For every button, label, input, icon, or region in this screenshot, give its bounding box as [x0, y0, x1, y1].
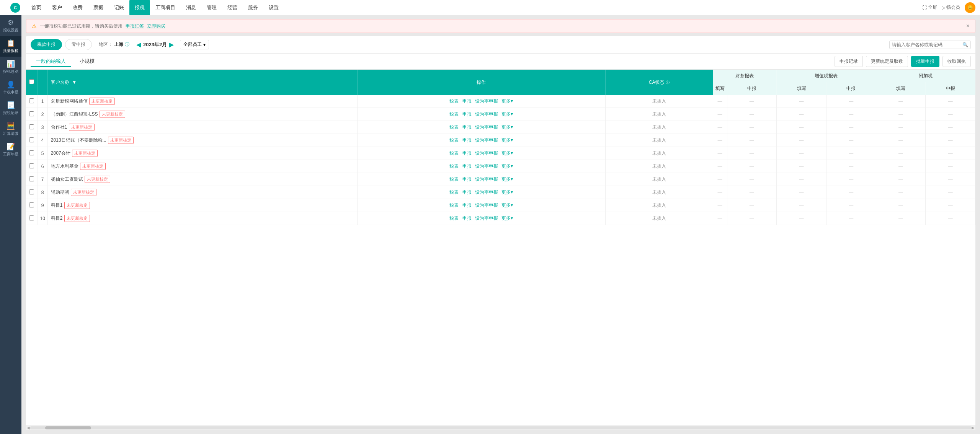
- action-taxform-7[interactable]: 税表: [449, 189, 459, 195]
- action-more-5[interactable]: 更多▾: [501, 163, 513, 169]
- row-num-3: 4: [38, 134, 47, 147]
- topnav-item-客户[interactable]: 客户: [47, 0, 67, 15]
- action-taxform-5[interactable]: 税表: [449, 163, 459, 169]
- action-zero-6[interactable]: 设为零申报: [475, 176, 498, 182]
- topnav-item-票据[interactable]: 票据: [88, 0, 109, 15]
- action-zero-2[interactable]: 设为零申报: [475, 124, 498, 130]
- action-declare-9[interactable]: 申报: [462, 215, 472, 221]
- row-checkbox-8[interactable]: [26, 199, 38, 212]
- action-taxform-4[interactable]: 税表: [449, 150, 459, 156]
- warn-icon: ⚠: [32, 23, 37, 29]
- tab-tax-declare-button[interactable]: 税款申报: [31, 39, 62, 50]
- action-declare-0[interactable]: 申报: [462, 98, 472, 104]
- topnav-item-消息[interactable]: 消息: [181, 0, 201, 15]
- row-checkbox-4[interactable]: [26, 147, 38, 160]
- action-more-1[interactable]: 更多▾: [501, 111, 513, 117]
- action-declare-1[interactable]: 申报: [462, 111, 472, 117]
- row-checkbox-7[interactable]: [26, 186, 38, 199]
- search-box: 🔍: [889, 41, 971, 49]
- tab-small-scale[interactable]: 小规模: [74, 56, 100, 67]
- update-button[interactable]: 更新统定及取数: [866, 56, 908, 67]
- action-taxform-3[interactable]: 税表: [449, 137, 459, 143]
- action-declare-3[interactable]: 申报: [462, 137, 472, 143]
- topnav-item-工商项目[interactable]: 工商项目: [150, 0, 181, 15]
- action-declare-4[interactable]: 申报: [462, 150, 472, 156]
- action-zero-3[interactable]: 设为零申报: [475, 137, 498, 143]
- row-checkbox-6[interactable]: [26, 173, 38, 186]
- sidebar-item-6[interactable]: 📝工商年报: [0, 139, 21, 160]
- topnav-item-管理[interactable]: 管理: [201, 0, 222, 15]
- record-button[interactable]: 申报记录: [835, 56, 863, 67]
- sidebar-item-0[interactable]: ⚙报税设置: [0, 15, 21, 36]
- action-taxform-2[interactable]: 税表: [449, 124, 459, 130]
- sidebar-item-1[interactable]: 📋批量报税: [0, 36, 21, 57]
- staff-selector[interactable]: 全部员工 ▾: [180, 40, 209, 49]
- member-button[interactable]: ▷ 畅会员: [942, 4, 960, 11]
- action-declare-5[interactable]: 申报: [462, 163, 472, 169]
- action-more-0[interactable]: 更多▾: [501, 98, 513, 104]
- action-zero-4[interactable]: 设为零申报: [475, 150, 498, 156]
- action-declare-8[interactable]: 申报: [462, 202, 472, 208]
- action-declare-6[interactable]: 申报: [462, 176, 472, 182]
- sort-icon[interactable]: ▼: [72, 80, 77, 85]
- topnav-item-收费[interactable]: 收费: [67, 0, 88, 15]
- action-zero-7[interactable]: 设为零申报: [475, 189, 498, 195]
- tab-zero-declare-button[interactable]: 零申报: [65, 39, 92, 50]
- topnav-item-设置[interactable]: 设置: [263, 0, 284, 15]
- col-action-header: 操作: [357, 70, 606, 95]
- topnav-item-记账[interactable]: 记账: [109, 0, 129, 15]
- notice-close-button[interactable]: ×: [966, 23, 970, 29]
- action-more-4[interactable]: 更多▾: [501, 150, 513, 156]
- action-zero-8[interactable]: 设为零申报: [475, 202, 498, 208]
- notice-link2[interactable]: 立即购买: [147, 23, 165, 29]
- fullscreen-button[interactable]: ⛶ 全屏: [922, 4, 937, 11]
- action-taxform-9[interactable]: 税表: [449, 215, 459, 221]
- topnav-item-经营[interactable]: 经营: [222, 0, 243, 15]
- search-input[interactable]: [892, 42, 961, 47]
- notice-link1[interactable]: 申报汇签: [126, 23, 144, 29]
- action-more-2[interactable]: 更多▾: [501, 124, 513, 130]
- scrollbar-thumb[interactable]: [45, 426, 91, 429]
- action-zero-0[interactable]: 设为零申报: [475, 98, 498, 104]
- row-checkbox-3[interactable]: [26, 134, 38, 147]
- avatar[interactable]: 😊: [965, 2, 975, 13]
- topnav-item-首页[interactable]: 首页: [26, 0, 47, 15]
- action-more-7[interactable]: 更多▾: [501, 189, 513, 195]
- sidebar-item-4[interactable]: 📃报税记录: [0, 98, 21, 119]
- row-f5-2: —: [876, 121, 926, 134]
- col-name-header: 客户名称 ▼: [47, 70, 357, 95]
- action-declare-7[interactable]: 申报: [462, 189, 472, 195]
- action-zero-5[interactable]: 设为零申报: [475, 163, 498, 169]
- row-checkbox-0[interactable]: [26, 95, 38, 108]
- action-taxform-1[interactable]: 税表: [449, 111, 459, 117]
- scroll-right-icon[interactable]: ▶: [972, 426, 975, 430]
- row-checkbox-5[interactable]: [26, 160, 38, 173]
- action-more-9[interactable]: 更多▾: [501, 215, 513, 221]
- select-all-checkbox[interactable]: [29, 79, 34, 84]
- topnav-item-报税[interactable]: 报税: [129, 0, 150, 15]
- status-badge-5: 未更新核定: [80, 163, 106, 170]
- row-checkbox-2[interactable]: [26, 121, 38, 134]
- next-month-button[interactable]: ▶: [169, 41, 174, 48]
- batch-declare-button[interactable]: 批量申报: [911, 56, 939, 67]
- row-checkbox-9[interactable]: [26, 212, 38, 225]
- prev-month-button[interactable]: ◀: [136, 41, 141, 48]
- collect-button[interactable]: 收取回执: [942, 56, 971, 67]
- action-more-6[interactable]: 更多▾: [501, 176, 513, 182]
- action-more-3[interactable]: 更多▾: [501, 137, 513, 143]
- action-taxform-0[interactable]: 税表: [449, 98, 459, 104]
- sidebar-item-3[interactable]: 👤个税申报: [0, 77, 21, 98]
- row-checkbox-1[interactable]: [26, 108, 38, 121]
- action-taxform-6[interactable]: 税表: [449, 176, 459, 182]
- tab-general-taxpayer[interactable]: 一般的纳税人: [31, 56, 71, 67]
- scroll-left-icon[interactable]: ◀: [27, 426, 30, 430]
- sidebar-item-5[interactable]: 🧮汇算清缴: [0, 119, 21, 139]
- action-zero-9[interactable]: 设为零申报: [475, 215, 498, 221]
- sidebar-item-2[interactable]: 📊报税总览: [0, 57, 21, 77]
- search-icon[interactable]: 🔍: [962, 42, 968, 47]
- action-more-8[interactable]: 更多▾: [501, 202, 513, 208]
- action-zero-1[interactable]: 设为零申报: [475, 111, 498, 117]
- action-taxform-8[interactable]: 税表: [449, 202, 459, 208]
- topnav-item-服务[interactable]: 服务: [243, 0, 263, 15]
- action-declare-2[interactable]: 申报: [462, 124, 472, 130]
